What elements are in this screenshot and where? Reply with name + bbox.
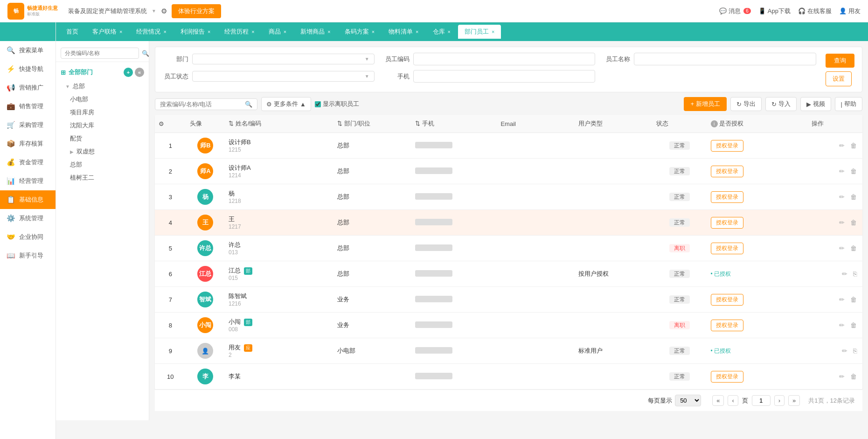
edit-button[interactable]: ✏ (837, 167, 847, 176)
sidebar-item-guide[interactable]: 📖 新手引导 (0, 246, 56, 265)
close-add-goods-icon[interactable]: × (327, 29, 330, 35)
delete-button[interactable]: 🗑 (848, 192, 859, 202)
close-barcode-icon[interactable]: × (372, 29, 375, 35)
tab-bom[interactable]: 物料清单× (382, 25, 425, 39)
filter-code-input[interactable] (413, 53, 596, 65)
filter-name-input[interactable] (634, 53, 816, 65)
th-dept-sort-icon[interactable]: ⇅ (337, 120, 342, 127)
sidebar-item-purchase[interactable]: 🛒 采购管理 (0, 116, 56, 134)
tab-home[interactable]: 首页 (60, 25, 85, 39)
dept-item-headquarters-sub[interactable]: 总部 (56, 158, 149, 171)
dept-search-icon[interactable]: 🔍 (142, 50, 149, 57)
close-operations-icon[interactable]: × (163, 29, 166, 35)
sidebar-item-sales[interactable]: 💼 销售管理 (0, 97, 56, 116)
import-button[interactable]: ↻ 导入 (765, 97, 797, 111)
app-download-action[interactable]: 📱 App下载 (758, 7, 791, 15)
trial-button[interactable]: 体验行业方案 (172, 4, 221, 18)
th-phone-sort-icon[interactable]: ⇅ (415, 120, 420, 127)
close-profit-icon[interactable]: × (208, 29, 210, 35)
dept-collapse-icon[interactable]: « (135, 68, 144, 77)
edit-button[interactable]: ✏ (837, 218, 847, 227)
search-button[interactable]: 查询 (826, 54, 854, 68)
table-settings-icon[interactable]: ⚙ (159, 120, 164, 127)
tab-warehouse[interactable]: 仓库× (426, 25, 457, 39)
page-number-input[interactable] (752, 395, 771, 406)
delete-button[interactable]: 🗑 (848, 372, 859, 381)
authorize-button[interactable]: 授权登录 (711, 294, 743, 306)
sidebar-item-quicknav[interactable]: ⚡ 快捷导航 (0, 60, 56, 78)
dept-item-project-room[interactable]: 项目库房 (56, 106, 149, 119)
copy-button[interactable]: ⎘ (851, 269, 859, 279)
authorize-button[interactable]: 授权登录 (711, 191, 743, 203)
setting-button[interactable]: 设置 (826, 71, 852, 86)
tab-department[interactable]: 部门员工× (458, 25, 501, 39)
employee-search-input[interactable] (160, 101, 242, 108)
authorize-button[interactable]: 授权登录 (711, 243, 743, 254)
add-employee-button[interactable]: + 新增员工 (684, 97, 726, 111)
dept-item-shenyang[interactable]: 沈阳大库 (56, 119, 149, 132)
authorize-button[interactable]: 授权登录 (711, 140, 743, 152)
delete-button[interactable]: 🗑 (848, 321, 859, 330)
dept-item-peihuo[interactable]: 配货 (56, 132, 149, 145)
dept-item-headquarters-root[interactable]: ▼ 总部 (56, 80, 149, 93)
first-page-button[interactable]: « (712, 395, 724, 406)
filter-more-btn[interactable]: ⚙ 更多条件 ▲ (261, 97, 311, 111)
sidebar-item-finance[interactable]: 💰 资金管理 (0, 153, 56, 172)
message-action[interactable]: 💬 消息 6 (719, 7, 751, 15)
page-size-select[interactable]: 50 100 200 (675, 395, 701, 406)
dept-item-zhishu-wang[interactable]: 植树王二 (56, 171, 149, 184)
close-warehouse-icon[interactable]: × (448, 29, 451, 35)
edit-button[interactable]: ✏ (837, 244, 847, 253)
dept-add-icon[interactable]: + (124, 68, 133, 77)
show-resigned-checkbox[interactable] (315, 101, 321, 107)
dept-search-input[interactable] (61, 48, 139, 59)
edit-button[interactable]: ✏ (837, 321, 847, 330)
sidebar-item-basic-info[interactable]: 📋 基础信息 (0, 190, 56, 209)
tab-profit[interactable]: 利润报告× (174, 25, 217, 39)
delete-button[interactable]: 🗑 (848, 167, 859, 176)
settings-icon[interactable]: ⚙ (161, 7, 167, 15)
edit-button[interactable]: ✏ (840, 346, 849, 355)
delete-button[interactable]: 🗑 (848, 218, 859, 227)
last-page-button[interactable]: » (788, 395, 800, 406)
view-button[interactable]: ▶ 视频 (800, 97, 831, 111)
delete-button[interactable]: 🗑 (848, 141, 859, 150)
filter-dept-select[interactable]: ▼ (192, 54, 375, 64)
delete-button[interactable]: 🗑 (848, 295, 859, 304)
delete-button[interactable]: 🗑 (848, 244, 859, 253)
employee-search-icon[interactable]: 🔍 (245, 101, 252, 108)
close-department-icon[interactable]: × (492, 29, 494, 35)
tab-add-goods[interactable]: 新增商品× (294, 25, 337, 39)
sidebar-item-cooperation[interactable]: 🤝 企业协同 (0, 228, 56, 246)
sidebar-item-operations[interactable]: 📊 经营管理 (0, 172, 56, 190)
prev-page-button[interactable]: ‹ (728, 395, 738, 406)
edit-button[interactable]: ✏ (837, 192, 847, 202)
authorize-button[interactable]: 授权登录 (711, 371, 743, 383)
th-name-sort-icon[interactable]: ⇅ (229, 120, 234, 127)
export-button[interactable]: ↻ 导出 (730, 97, 762, 111)
next-page-button[interactable]: › (774, 395, 785, 406)
edit-button[interactable]: ✏ (840, 269, 849, 279)
close-bom-icon[interactable]: × (416, 29, 418, 35)
edit-button[interactable]: ✏ (837, 141, 847, 150)
close-history-icon[interactable]: × (251, 29, 254, 35)
delete-button[interactable]: ⎘ (851, 346, 859, 355)
sidebar-item-search[interactable]: 🔍 搜索菜单 (0, 41, 56, 60)
sidebar-item-inventory[interactable]: 📦 库存核算 (0, 134, 56, 153)
show-resigned-label[interactable]: 显示离职员工 (315, 100, 359, 108)
authorize-button[interactable]: 授权登录 (711, 166, 743, 177)
online-support-action[interactable]: 🎧 在线客服 (798, 7, 832, 15)
dept-item-small-elec[interactable]: 小电部 (56, 93, 149, 106)
tab-barcode[interactable]: 条码方案× (338, 25, 381, 39)
sidebar-item-system[interactable]: ⚙️ 系统管理 (0, 209, 56, 228)
tab-operations[interactable]: 经营情况× (130, 25, 173, 39)
dept-item-shuangxuxiang[interactable]: ▶ 双虚想 (56, 145, 149, 158)
filter-phone-input[interactable] (413, 70, 596, 83)
close-goods-icon[interactable]: × (284, 29, 286, 35)
filter-status-select[interactable]: ▼ (192, 71, 375, 82)
tab-goods[interactable]: 商品× (262, 25, 293, 39)
sidebar-item-marketing[interactable]: 📢 营销推广 (0, 78, 56, 97)
tab-history[interactable]: 经营历程× (218, 25, 261, 39)
user-action[interactable]: 👤 用友 (839, 7, 861, 15)
authorize-button[interactable]: 授权登录 (711, 320, 743, 331)
